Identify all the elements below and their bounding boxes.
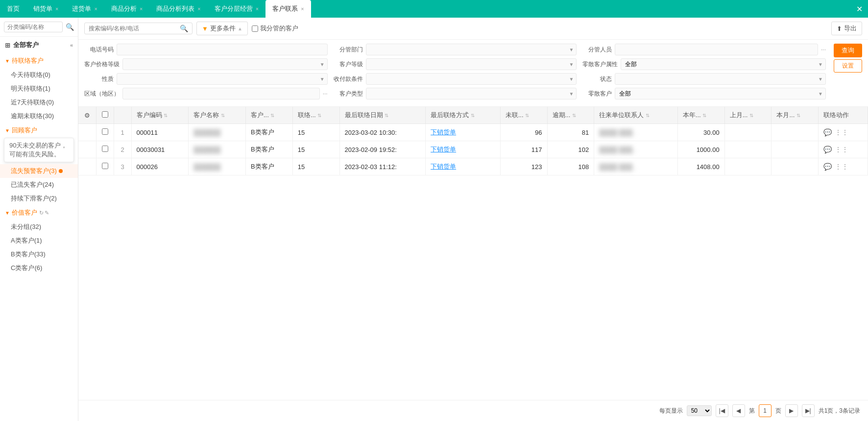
filter-person-input[interactable]	[615, 44, 818, 55]
tab-customer-contact-close[interactable]: ×	[301, 6, 304, 12]
settings-button[interactable]: 设置	[834, 59, 862, 73]
col-unit-contact[interactable]: 往来单位联系人 ⇅	[594, 107, 678, 124]
row-uncontacted: 117	[500, 141, 547, 158]
my-customers-checkbox[interactable]: 我分管的客户	[252, 24, 298, 33]
arrow-icon-3: ▼	[5, 210, 10, 216]
filter-zero-attr-select[interactable]: 全部	[621, 58, 826, 70]
row-last-method[interactable]: 下销货单	[426, 141, 501, 158]
tab-analysis-list[interactable]: 商品分析列表 ×	[149, 0, 207, 18]
sidebar-item-ungrouped[interactable]: 未分组(32)	[0, 220, 78, 234]
tab-analysis-list-close[interactable]: ×	[197, 6, 200, 12]
search-input-wrap[interactable]: 🔍	[84, 23, 193, 34]
search-input[interactable]	[89, 25, 177, 32]
filter-type-select[interactable]	[366, 88, 577, 99]
row-action-more-icon[interactable]: ⋮⋮	[835, 128, 848, 136]
row-action-chat-icon[interactable]: 💬	[823, 163, 832, 171]
col-this-year[interactable]: 本年... ⇅	[677, 107, 724, 124]
filter-row-1: 电话号码 分管部门 ▼ 分管人员	[84, 44, 826, 55]
sidebar-item-class-b[interactable]: B类客户(33)	[0, 248, 78, 261]
prev-page-button[interactable]: ◀	[732, 404, 745, 417]
col-last-method[interactable]: 最后联络方式 ⇅	[426, 107, 501, 124]
filter-grade-select[interactable]	[366, 58, 577, 70]
tab-customer-contact[interactable]: 客户联系 ×	[265, 0, 311, 18]
sidebar-item-today[interactable]: 今天待联络(0)	[0, 68, 78, 82]
pagination: 每页显示 50 100 200 |◀ ◀ 第 1 页 ▶ ▶| 共1页，3条记录	[78, 400, 868, 421]
tab-sales[interactable]: 销货单 ×	[26, 0, 65, 18]
filter-dept-select[interactable]	[366, 44, 577, 55]
select-all-checkbox[interactable]	[102, 111, 108, 118]
per-page-select[interactable]: 50 100 200	[687, 405, 712, 416]
my-customers-check[interactable]	[252, 25, 258, 32]
edit-icon[interactable]: ✎	[45, 210, 49, 216]
col-name[interactable]: 客户名称 ⇅	[189, 107, 246, 124]
tab-customer-tier-close[interactable]: ×	[256, 6, 259, 12]
sidebar-item-7days[interactable]: 近7天待联络(0)	[0, 96, 78, 109]
tab-customer-tier[interactable]: 客户分层经营 ×	[208, 0, 265, 18]
refresh-icon[interactable]: ↻	[39, 210, 44, 216]
window-close-button[interactable]: ✕	[850, 0, 868, 18]
row-action-chat-icon[interactable]: 💬	[823, 128, 832, 136]
filter-phone: 电话号码	[84, 44, 328, 55]
sidebar-item-tomorrow[interactable]: 明天待联络(1)	[0, 82, 78, 96]
col-settings[interactable]: ⚙	[78, 107, 96, 124]
filter-person: 分管人员 ···	[582, 44, 826, 55]
col-type[interactable]: 客户... ⇅	[245, 107, 292, 124]
filter-person-dots[interactable]: ···	[821, 46, 826, 53]
col-last-month[interactable]: 上月... ⇅	[724, 107, 772, 124]
filter-price-grade-select[interactable]	[122, 58, 328, 70]
col-code[interactable]: 客户编码 ⇅	[131, 107, 189, 124]
last-page-button[interactable]: ▶|	[802, 404, 815, 417]
filter-phone-input[interactable]	[117, 44, 328, 55]
sidebar-search-input[interactable]	[4, 22, 63, 32]
row-action-more-icon[interactable]: ⋮⋮	[835, 163, 848, 171]
tab-purchase[interactable]: 进货单 ×	[65, 0, 104, 18]
sidebar-all-customers[interactable]: ⊞ 全部客户 «	[0, 37, 78, 53]
filter-price-grade: 客户价格等级 ▼	[84, 58, 328, 70]
export-label: 导出	[844, 24, 857, 33]
row-checkbox[interactable]	[102, 163, 108, 169]
row-checkbox[interactable]	[102, 146, 108, 152]
sidebar-item-class-c[interactable]: C类客户(6)	[0, 261, 78, 275]
row-checkbox[interactable]	[102, 128, 108, 135]
filter-dept-label: 分管部门	[334, 46, 363, 54]
col-last-date[interactable]: 最后联络日期 ⇅	[339, 107, 426, 124]
sidebar-item-overdue[interactable]: 逾期未联络(30)	[0, 109, 78, 123]
tooltip-churn-risk: 90天未交易的客户，可能有流失风险。	[4, 138, 74, 162]
filter-zero-customer-select[interactable]: 全部	[615, 88, 826, 99]
row-action-more-icon[interactable]: ⋮⋮	[835, 146, 848, 153]
filter-region-dots[interactable]: ···	[323, 90, 328, 97]
col-uncontacted[interactable]: 未联... ⇅	[500, 107, 547, 124]
row-last-method[interactable]: 下销货单	[426, 158, 501, 175]
filter-status-select[interactable]	[615, 73, 826, 85]
col-this-month[interactable]: 本月... ⇅	[772, 107, 819, 124]
filter-nature-select[interactable]	[117, 73, 328, 85]
query-button[interactable]: 查询	[834, 44, 862, 57]
first-page-button[interactable]: |◀	[716, 404, 728, 417]
row-uncontacted: 96	[500, 124, 547, 141]
row-action-chat-icon[interactable]: 💬	[823, 146, 832, 153]
export-button[interactable]: ⬆ 导出	[831, 22, 862, 35]
tab-analysis-close[interactable]: ×	[140, 6, 143, 12]
filter-button[interactable]: ▼ 更多条件 ▲	[196, 22, 248, 35]
sidebar-section-value[interactable]: ▼ 价值客户 ↻ ✎	[0, 205, 78, 220]
sidebar-item-churn-warning[interactable]: 流失预警客户(3)	[0, 164, 78, 178]
sidebar-item-class-a[interactable]: A类客户(1)	[0, 234, 78, 248]
arrow-icon-2: ▼	[5, 128, 10, 133]
col-overdue[interactable]: 逾期... ⇅	[547, 107, 594, 124]
tab-home[interactable]: 首页	[0, 0, 26, 18]
sidebar-item-churned[interactable]: 已流失客户(24)	[0, 178, 78, 192]
sidebar-section-pending[interactable]: ▼ 待联络客户	[0, 53, 78, 68]
data-table: ⚙ 客户编码 ⇅ 客户名称 ⇅ 客户... ⇅ 联络... ⇅ 最后联络日期 ⇅…	[78, 107, 868, 175]
filter-payment-select[interactable]	[366, 73, 577, 85]
next-page-button[interactable]: ▶	[785, 404, 798, 417]
sidebar-item-declining[interactable]: 持续下滑客户(2)	[0, 192, 78, 205]
filter-region-input[interactable]	[122, 88, 320, 99]
row-last-method[interactable]: 下销货单	[426, 124, 501, 141]
row-contact: 15	[292, 158, 339, 175]
tab-sales-close[interactable]: ×	[55, 6, 58, 12]
col-contact[interactable]: 联络... ⇅	[292, 107, 339, 124]
tab-purchase-close[interactable]: ×	[94, 6, 97, 12]
filter-payment: 收付款条件 ▼	[334, 73, 577, 85]
tab-analysis[interactable]: 商品分析 ×	[104, 0, 149, 18]
sidebar-section-review[interactable]: ▼ 回顾客户	[0, 123, 78, 138]
